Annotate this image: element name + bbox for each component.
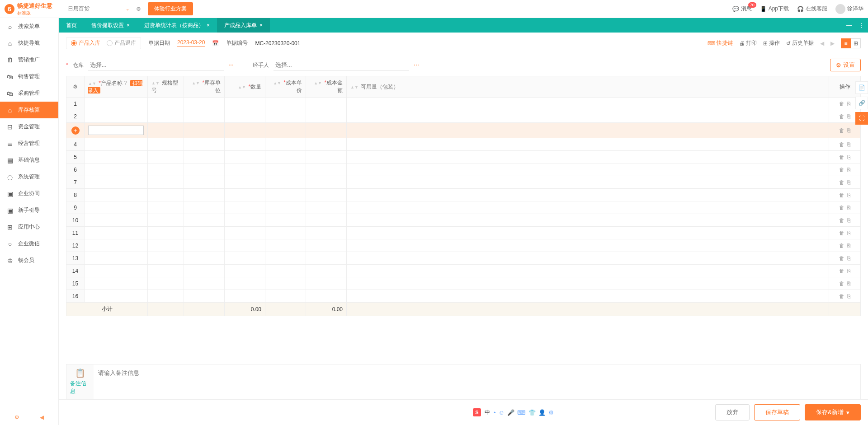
ime-icon[interactable]: ⚙ bbox=[548, 409, 554, 416]
cell-unit[interactable] bbox=[184, 110, 225, 123]
cell-qty[interactable] bbox=[225, 151, 265, 163]
cell-price[interactable] bbox=[265, 123, 306, 138]
cell-amount[interactable] bbox=[306, 151, 347, 163]
sidebar-gear-icon[interactable]: ⚙ bbox=[14, 414, 19, 420]
ime-icon[interactable]: 🎤 bbox=[507, 409, 514, 416]
product-input[interactable] bbox=[88, 126, 144, 135]
cell-spec[interactable] bbox=[148, 151, 184, 163]
user-menu[interactable]: 徐泽华 bbox=[835, 4, 863, 14]
ime-icon[interactable]: ⌨ bbox=[517, 409, 526, 416]
ime-icon[interactable]: • bbox=[494, 409, 496, 416]
cell-price[interactable] bbox=[265, 163, 306, 176]
table-row[interactable]: 9🗑⎘ bbox=[66, 201, 861, 214]
copy-icon[interactable]: ⎘ bbox=[847, 127, 850, 134]
gear-icon[interactable]: ⚙ bbox=[136, 6, 141, 12]
cell-price[interactable] bbox=[265, 252, 306, 265]
copy-icon[interactable]: ⎘ bbox=[847, 255, 850, 262]
cell-spec[interactable] bbox=[148, 239, 184, 252]
history-link[interactable]: ↺ 历史单据 bbox=[786, 39, 814, 47]
cell-unit[interactable] bbox=[184, 227, 225, 239]
radio-stock-in[interactable]: 产品入库 bbox=[71, 39, 100, 47]
cell-product[interactable] bbox=[85, 163, 148, 176]
save-new-button[interactable]: 保存&新增 ▾ bbox=[805, 404, 861, 420]
cell-available[interactable] bbox=[347, 98, 829, 110]
sidebar-item-4[interactable]: 🛍采购管理 bbox=[0, 85, 58, 102]
handler-input[interactable] bbox=[274, 60, 409, 70]
cell-available[interactable] bbox=[347, 239, 829, 252]
cell-available[interactable] bbox=[347, 227, 829, 239]
cell-unit[interactable] bbox=[184, 214, 225, 227]
view-card-button[interactable]: ⊞ bbox=[851, 38, 861, 48]
cell-qty[interactable] bbox=[225, 214, 265, 227]
delete-icon[interactable]: 🗑 bbox=[839, 141, 844, 148]
cell-amount[interactable] bbox=[306, 123, 347, 138]
messages-link[interactable]: 💬 消息 70 bbox=[732, 5, 752, 13]
delete-icon[interactable]: 🗑 bbox=[839, 192, 844, 198]
sidebar-collapse-icon[interactable]: ◀ bbox=[40, 414, 44, 420]
support-link[interactable]: 🎧 在线客服 bbox=[797, 5, 827, 13]
cell-price[interactable] bbox=[265, 110, 306, 123]
tab-2[interactable]: 进货单统计表（按商品）× bbox=[137, 18, 217, 33]
copy-icon[interactable]: ⎘ bbox=[847, 280, 850, 287]
cell-price[interactable] bbox=[265, 277, 306, 290]
cell-amount[interactable] bbox=[306, 176, 347, 189]
operate-link[interactable]: ⊞ 操作 bbox=[763, 39, 780, 47]
prev-icon[interactable]: ◀ bbox=[820, 40, 824, 47]
cell-spec[interactable] bbox=[148, 290, 184, 303]
delete-icon[interactable]: 🗑 bbox=[839, 167, 844, 173]
tab-1[interactable]: 售价提取设置× bbox=[84, 18, 137, 33]
cell-qty[interactable] bbox=[225, 201, 265, 214]
cell-spec[interactable] bbox=[148, 176, 184, 189]
table-row[interactable]: 5🗑⎘ bbox=[66, 151, 861, 163]
cell-spec[interactable] bbox=[148, 252, 184, 265]
table-row[interactable]: 12🗑⎘ bbox=[66, 239, 861, 252]
sidebar-item-14[interactable]: ♔畅会员 bbox=[0, 252, 58, 269]
cell-spec[interactable] bbox=[148, 123, 184, 138]
cell-qty[interactable] bbox=[225, 252, 265, 265]
table-row[interactable]: 8🗑⎘ bbox=[66, 189, 861, 201]
col-product[interactable]: ▲▼ *产品名称 ? 扫码录入 bbox=[85, 76, 148, 98]
sidebar-item-3[interactable]: 🛍销售管理 bbox=[0, 68, 58, 85]
print-link[interactable]: 🖨 打印 bbox=[739, 39, 757, 47]
ime-icon[interactable]: 👤 bbox=[538, 409, 546, 416]
cell-unit[interactable] bbox=[184, 151, 225, 163]
cell-amount[interactable] bbox=[306, 189, 347, 201]
cell-product[interactable] bbox=[85, 239, 148, 252]
cell-product[interactable] bbox=[85, 227, 148, 239]
cell-unit[interactable] bbox=[184, 123, 225, 138]
cell-amount[interactable] bbox=[306, 252, 347, 265]
cell-available[interactable] bbox=[347, 277, 829, 290]
col-amount[interactable]: ▲▼ *成本金额 bbox=[306, 76, 347, 98]
cell-spec[interactable] bbox=[148, 227, 184, 239]
cell-unit[interactable] bbox=[184, 138, 225, 151]
next-icon[interactable]: ▶ bbox=[830, 40, 835, 47]
rail-note-icon[interactable]: 📄 bbox=[855, 81, 868, 94]
copy-icon[interactable]: ⎘ bbox=[847, 217, 850, 224]
sidebar-item-5[interactable]: ⌂库存核算 bbox=[0, 102, 58, 118]
cell-available[interactable] bbox=[347, 163, 829, 176]
app-download-link[interactable]: 📱 App下载 bbox=[760, 5, 789, 13]
col-available[interactable]: ▲▼ 可用量（包装） bbox=[347, 76, 829, 98]
table-row[interactable]: 4🗑⎘ bbox=[66, 138, 861, 151]
warehouse-input[interactable] bbox=[88, 60, 224, 70]
delete-icon[interactable]: 🗑 bbox=[839, 255, 844, 262]
cell-spec[interactable] bbox=[148, 110, 184, 123]
table-row[interactable]: 15🗑⎘ bbox=[66, 277, 861, 290]
cell-available[interactable] bbox=[347, 189, 829, 201]
calendar-icon[interactable]: 📅 bbox=[212, 40, 219, 47]
col-settings[interactable]: ⚙ bbox=[66, 76, 85, 98]
sidebar-item-10[interactable]: ▣企业协同 bbox=[0, 185, 58, 202]
copy-icon[interactable]: ⎘ bbox=[847, 205, 850, 211]
cell-unit[interactable] bbox=[184, 189, 225, 201]
cell-qty[interactable] bbox=[225, 110, 265, 123]
table-row[interactable]: 13🗑⎘ bbox=[66, 252, 861, 265]
cell-available[interactable] bbox=[347, 176, 829, 189]
cell-amount[interactable] bbox=[306, 227, 347, 239]
cell-spec[interactable] bbox=[148, 98, 184, 110]
cell-price[interactable] bbox=[265, 265, 306, 277]
cell-amount[interactable] bbox=[306, 163, 347, 176]
cell-qty[interactable] bbox=[225, 290, 265, 303]
tab-minimize-button[interactable]: — bbox=[843, 18, 855, 33]
cell-qty[interactable] bbox=[225, 123, 265, 138]
cell-amount[interactable] bbox=[306, 110, 347, 123]
